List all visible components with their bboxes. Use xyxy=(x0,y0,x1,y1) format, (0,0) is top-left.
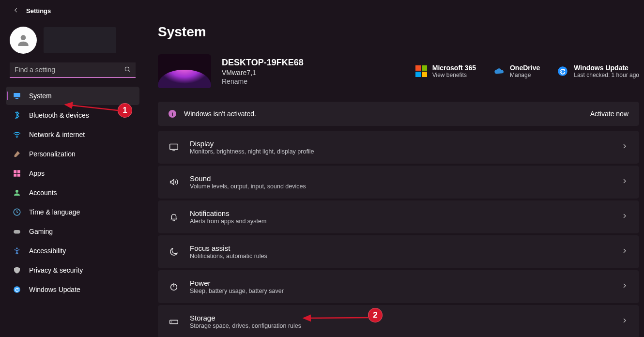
settings-row-display[interactable]: Display Monitors, brightness, night ligh… xyxy=(158,131,639,164)
sidebar-item-label: Personalization xyxy=(29,150,76,158)
sidebar-item-accounts[interactable]: Accounts xyxy=(6,184,139,202)
pill-title: Windows Update xyxy=(574,64,639,72)
sidebar-item-personalization[interactable]: Personalization xyxy=(6,145,139,163)
row-subtitle: Alerts from apps and system xyxy=(190,218,266,225)
sidebar-item-time-language[interactable]: Time & language xyxy=(6,203,139,221)
profile-name-redacted xyxy=(44,27,116,53)
settings-row-power[interactable]: Power Sleep, battery usage, battery save… xyxy=(158,270,639,303)
moon-icon xyxy=(169,246,179,257)
settings-row-focus-assist[interactable]: Focus assist Notifications, automatic ru… xyxy=(158,235,639,268)
profile-block[interactable] xyxy=(0,22,145,62)
sidebar-item-accessibility[interactable]: Accessibility xyxy=(6,242,139,260)
sidebar-item-label: Gaming xyxy=(29,228,53,235)
windows-update-icon xyxy=(556,65,569,77)
settings-row-notifications[interactable]: Notifications Alerts from apps and syste… xyxy=(158,200,639,233)
pill-subtitle: Last checked: 1 hour ago xyxy=(574,72,639,78)
wifi-icon xyxy=(13,130,21,139)
game-icon xyxy=(13,227,21,236)
shield-icon xyxy=(13,266,21,275)
pill-title: Microsoft 365 xyxy=(432,64,476,72)
wu-icon xyxy=(13,285,21,294)
device-name: DESKTOP-19FKE68 xyxy=(222,58,304,68)
sidebar-item-label: Apps xyxy=(29,169,45,177)
settings-row-storage[interactable]: Storage Storage space, drives, configura… xyxy=(158,305,639,337)
system-header: DESKTOP-19FKE68 VMware7,1 Rename Microso… xyxy=(158,54,639,88)
row-title: Power xyxy=(190,279,284,287)
activation-banner: i Windows isn't activated. Activate now xyxy=(158,102,639,126)
page-title: System xyxy=(158,24,639,40)
sidebar-item-label: Accounts xyxy=(29,189,57,197)
storage-icon xyxy=(169,316,179,327)
sidebar-nav: System Bluetooth & devices Network & int… xyxy=(0,87,145,299)
display-icon xyxy=(169,142,179,153)
pill-title: OneDrive xyxy=(510,64,540,72)
chevron-right-icon xyxy=(621,247,629,257)
pill-subtitle: Manage xyxy=(510,72,540,78)
sidebar-item-label: Bluetooth & devices xyxy=(29,111,89,119)
sidebar-item-label: Windows Update xyxy=(29,286,80,293)
sidebar-item-label: Network & internet xyxy=(29,131,85,138)
sidebar: Settings System Bluetooth & devices Netw… xyxy=(0,0,145,337)
sidebar-item-label: System xyxy=(29,92,52,100)
header-pill-microsoft-[interactable]: Microsoft 365 View benefits xyxy=(415,64,476,78)
row-subtitle: Sleep, battery usage, battery saver xyxy=(190,288,284,294)
row-title: Sound xyxy=(190,174,306,183)
row-subtitle: Volume levels, output, input, sound devi… xyxy=(190,183,306,190)
row-title: Notifications xyxy=(190,209,266,217)
bell-icon xyxy=(169,212,179,222)
chevron-right-icon xyxy=(621,317,629,326)
sidebar-item-label: Time & language xyxy=(29,208,80,216)
window-title: Settings xyxy=(26,7,51,15)
sidebar-item-windows-update[interactable]: Windows Update xyxy=(6,280,139,299)
sidebar-item-system[interactable]: System xyxy=(6,87,139,105)
search-input[interactable] xyxy=(10,62,136,78)
device-model: VMware7,1 xyxy=(222,69,304,77)
rename-button[interactable]: Rename xyxy=(222,77,304,85)
device-wallpaper-thumb[interactable] xyxy=(158,54,211,88)
sidebar-item-privacy-security[interactable]: Privacy & security xyxy=(6,261,139,279)
microsoft-logo-icon xyxy=(415,65,427,77)
sidebar-item-label: Accessibility xyxy=(29,247,66,255)
back-icon[interactable] xyxy=(13,7,19,15)
onedrive-icon xyxy=(492,65,505,77)
svg-point-0 xyxy=(21,35,26,40)
row-title: Focus assist xyxy=(190,244,267,252)
settings-row-sound[interactable]: Sound Volume levels, output, input, soun… xyxy=(158,166,639,199)
sound-icon xyxy=(169,177,179,187)
row-subtitle: Monitors, brightness, night light, displ… xyxy=(190,148,314,155)
row-subtitle: Storage space, drives, configuration rul… xyxy=(190,322,301,329)
chevron-right-icon xyxy=(621,177,629,187)
settings-list: Display Monitors, brightness, night ligh… xyxy=(158,131,639,337)
activate-now-button[interactable]: Activate now xyxy=(590,110,629,118)
sidebar-item-network-internet[interactable]: Network & internet xyxy=(6,125,139,144)
sidebar-item-gaming[interactable]: Gaming xyxy=(6,222,139,241)
info-icon: i xyxy=(169,110,176,118)
clock-icon xyxy=(13,208,21,216)
apps-icon xyxy=(13,169,21,178)
brush-icon xyxy=(13,150,21,158)
user-icon xyxy=(13,188,21,197)
header-pill-onedrive[interactable]: OneDrive Manage xyxy=(492,64,540,78)
chevron-right-icon xyxy=(621,282,629,291)
monitor-icon xyxy=(13,92,21,100)
header-pill-windows-update[interactable]: Windows Update Last checked: 1 hour ago xyxy=(556,64,639,78)
chevron-right-icon xyxy=(621,142,629,152)
chevron-right-icon xyxy=(621,212,629,222)
sidebar-item-apps[interactable]: Apps xyxy=(6,164,139,183)
sidebar-item-label: Privacy & security xyxy=(29,266,83,274)
main-pane: System DESKTOP-19FKE68 VMware7,1 Rename … xyxy=(145,0,644,337)
banner-message: Windows isn't activated. xyxy=(184,110,256,118)
sidebar-item-bluetooth-devices[interactable]: Bluetooth & devices xyxy=(6,106,139,124)
pill-subtitle: View benefits xyxy=(432,72,476,78)
row-title: Display xyxy=(190,139,314,148)
row-title: Storage xyxy=(190,314,301,322)
row-subtitle: Notifications, automatic rules xyxy=(190,253,267,260)
acc-icon xyxy=(13,246,21,255)
bt-icon xyxy=(13,111,21,120)
power-icon xyxy=(169,281,179,292)
avatar xyxy=(10,27,37,54)
